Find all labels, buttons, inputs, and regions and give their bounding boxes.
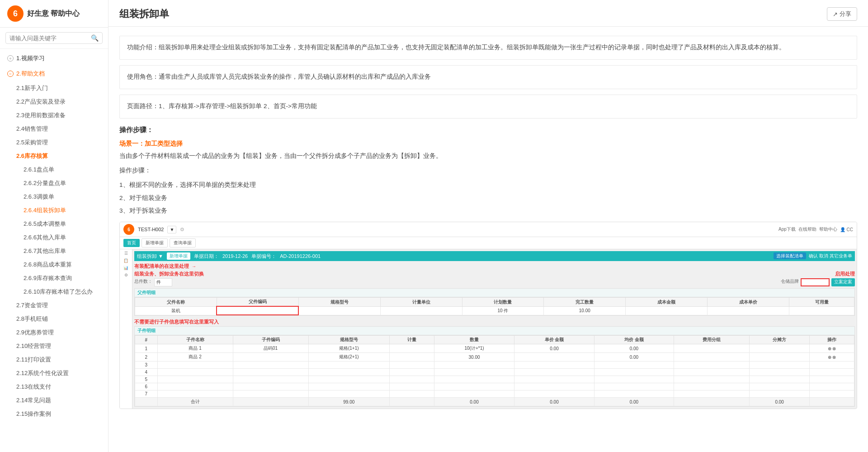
- lower-cell-1-op: ⊕ ⊗: [810, 344, 854, 353]
- mock-main-area: 组装拆卸 ▼ 新增单据 单据日期： 2019-12-26 单据编号： AD-20…: [132, 249, 857, 409]
- intro-text: 功能介绍：组装拆卸单用来处理企业组装或拆卸等加工业务，支持有固定装配清单的产品加…: [127, 44, 785, 51]
- lower-row-7: 7: [135, 390, 854, 398]
- lower-cell-1-6: 0.00: [514, 344, 594, 353]
- nav-group-docs-header[interactable]: − 2.帮助文档: [0, 66, 108, 81]
- sidebar-item-mobile[interactable]: 2.8手机旺铺: [16, 312, 108, 326]
- sidebar-item-inventory[interactable]: 2.6库存核算: [16, 149, 108, 163]
- mock-form-row: 有装配清单的在这里处理 →: [134, 263, 855, 270]
- sidebar-item-purchase[interactable]: 2.5采购管理: [16, 136, 108, 149]
- mock-field-value: 件: [154, 278, 172, 286]
- nav-group-video: + 1.视频学习: [0, 51, 108, 66]
- scene1-desc: 当由多个子件材料组装成一个成品的业务为【组装】业务，当由一个父件拆分成多个子产品…: [119, 151, 857, 162]
- lower-cell-2-5: 30.00: [434, 353, 514, 362]
- mock-sidebar-icon2: 📋: [123, 258, 128, 263]
- sidebar-item-adjust[interactable]: 2.6.3调拨单: [24, 190, 108, 204]
- lower-footer: 合计 99.00 0.00 0.00 0.00 0.00: [135, 398, 854, 406]
- sidebar-item-stockerror[interactable]: 2.6.10库存账本错了怎么办: [24, 285, 108, 299]
- search-icon[interactable]: 🔍: [91, 34, 99, 42]
- role-text: 使用角色：通常由生产人员或库管人员完成拆装业务的操作，库管人员确认原材料的出库和…: [127, 73, 431, 80]
- lower-th-8: 费用分组: [674, 336, 750, 344]
- mock-date-value: 2019-12-26: [222, 253, 248, 259]
- lower-row-5: 5: [135, 376, 854, 383]
- share-icon: ↗: [833, 11, 838, 18]
- mock-icons: App下载 在线帮助 帮助中心 👤 CC: [778, 226, 853, 233]
- sidebar-item-payment[interactable]: 2.13在线支付: [16, 380, 108, 394]
- lower-cell-2-8: [674, 353, 750, 362]
- nav-section: + 1.视频学习 − 2.帮助文档 2.1新手入门 2.2产品安装及登录 2.3…: [0, 49, 108, 423]
- lower-row-1: 1 商品 1 品码01 规格(1+1) 10(计+*1) 0.00 0.00: [135, 344, 854, 353]
- sidebar-item-sales[interactable]: 2.4销售管理: [16, 122, 108, 136]
- main-area: 组装拆卸单 ↗ 分享 功能介绍：组装拆卸单用来处理企业组装或拆卸等加工业务，支持…: [108, 0, 868, 452]
- sidebar-item-assembly[interactable]: 2.6.4组装拆卸单: [24, 204, 108, 217]
- mock-more-btns: 确认 取消 其它业务单: [809, 253, 852, 258]
- sidebar-item-biz[interactable]: 2.10经营管理: [16, 339, 108, 353]
- nav-group-video-header[interactable]: + 1.视频学习: [0, 51, 108, 66]
- steps-intro: 操作步骤：: [119, 165, 857, 176]
- mock-select-bom-btn: 选择装配清单: [774, 252, 806, 259]
- search-input-wrap[interactable]: 🔍: [5, 32, 103, 44]
- sidebar-item-otherin[interactable]: 2.6.6其他入库单: [24, 231, 108, 244]
- path-block: 页面路径：1、库存核算->库存管理->组装拆卸单 2、首页->常用功能: [119, 95, 857, 119]
- sidebar-item-print[interactable]: 2.11打印设置: [16, 353, 108, 366]
- footer-3: 99.00: [308, 398, 389, 406]
- sidebar-item-install[interactable]: 2.2产品安装及登录: [16, 95, 108, 109]
- lower-row-2: 2 商品 2 规格(2+1) 30.00 0.00: [135, 353, 854, 362]
- sidebar-item-stocktake[interactable]: 2.6.1盘点单: [24, 163, 108, 176]
- screenshot-mock: 6 TEST-H002 ▼ ⚙ App下载 在线帮助 帮助中心 👤 CC 首页 …: [120, 222, 857, 409]
- footer-5: 0.00: [434, 398, 514, 406]
- mock-select: ▼: [167, 226, 176, 233]
- lower-th-3: 规格型号: [308, 336, 389, 344]
- collapse-icon: −: [7, 71, 14, 77]
- mock-app-btn: App下载: [778, 226, 796, 233]
- intro-block: 功能介绍：组装拆卸单用来处理企业组装或拆卸等加工业务，支持有固定装配清单的产品加…: [119, 36, 857, 60]
- search-input[interactable]: [9, 35, 91, 42]
- mock-doc-type: 组装拆卸 ▼: [137, 253, 163, 260]
- sidebar-item-customize[interactable]: 2.12系统个性化设置: [16, 366, 108, 380]
- nav-group-video-label: 1.视频学习: [16, 54, 45, 62]
- upper-cell-1-8: [708, 306, 789, 315]
- mock-sidebar-left: ☰ 📋 📊 ⚙: [120, 249, 132, 409]
- upper-th-9: 可用量: [789, 298, 854, 307]
- sidebar-item-money[interactable]: 2.7资金管理: [16, 299, 108, 312]
- role-block: 使用角色：通常由生产人员或库管人员完成拆装业务的操作，库管人员确认原材料的出库和…: [119, 65, 857, 89]
- mock-form-fields: 总件数： 件 仓储品牌 立案定案: [134, 278, 855, 286]
- sidebar-item-faq[interactable]: 2.14常见问题: [16, 394, 108, 407]
- sidebar-item-split[interactable]: 2.6.2分量盘点单: [24, 176, 108, 190]
- search-box: 🔍: [0, 28, 108, 49]
- screenshot-container: 6 TEST-H002 ▼ ⚙ App下载 在线帮助 帮助中心 👤 CC 首页 …: [119, 222, 857, 409]
- lower-cell-1-seq: 1: [135, 344, 158, 353]
- lower-cell-2-1: 商品 2: [157, 353, 233, 362]
- share-button[interactable]: ↗ 分享: [827, 7, 857, 21]
- sidebar-header: 6 好生意 帮助中心: [0, 0, 108, 28]
- step1: 1、根据不同的业务，选择不同单据的类型来处理: [119, 180, 857, 190]
- upper-th-6: 完工数量: [544, 298, 626, 307]
- footer-7: 0.00: [594, 398, 674, 406]
- sidebar-item-costadjust[interactable]: 2.6.5成本调整单: [24, 217, 108, 231]
- sidebar-item-stockcheck[interactable]: 2.6.9库存账本查询: [24, 271, 108, 285]
- lower-cell-2-op: ⊕ ⊗: [810, 353, 854, 362]
- upper-cell-1-9: [789, 306, 854, 315]
- sidebar-item-goodscost[interactable]: 2.6.8商品成本重算: [24, 258, 108, 271]
- upper-th-5: 计划数量: [462, 298, 544, 307]
- mock-help-btn: 在线帮助: [798, 226, 816, 233]
- mock-upper-table-title: 父件明细: [135, 289, 854, 297]
- scene1-title: 场景一：加工类型选择: [119, 140, 857, 148]
- annotation3-text: 启用处理: [835, 271, 855, 277]
- mock-upper-header: 组装业务、拆卸业务在这里切换 启用处理: [134, 271, 855, 277]
- lower-th-7: 均价 金额: [594, 336, 674, 344]
- sidebar-item-newbie[interactable]: 2.1新手入门: [16, 81, 108, 95]
- footer-8: [674, 398, 750, 406]
- sidebar-item-cases[interactable]: 2.15操作案例: [16, 407, 108, 421]
- mock-lower-table: # 子件名称 子件编码 规格型号 计量 数量 单价 金额 均价 金额 费用分组: [135, 335, 854, 406]
- nav-group-docs-label: 2.帮助文档: [16, 70, 45, 78]
- footer-9: 0.00: [750, 398, 810, 406]
- sidebar-item-coupon[interactable]: 2.9优惠券管理: [16, 326, 108, 339]
- arrow1: →: [192, 264, 196, 269]
- sidebar-item-data[interactable]: 2.3使用前数据准备: [16, 109, 108, 122]
- mock-company: TEST-H002: [138, 227, 164, 232]
- upper-cell-1-5: 10 件: [462, 306, 544, 315]
- sidebar-item-otherout[interactable]: 2.6.7其他出库单: [24, 244, 108, 258]
- mock-form-header: 组装拆卸 ▼ 新增单据 单据日期： 2019-12-26 单据编号： AD-20…: [134, 251, 855, 261]
- lower-cell-1-9: [750, 344, 810, 353]
- mock-warehouse-label: 仓储品牌: [781, 278, 799, 286]
